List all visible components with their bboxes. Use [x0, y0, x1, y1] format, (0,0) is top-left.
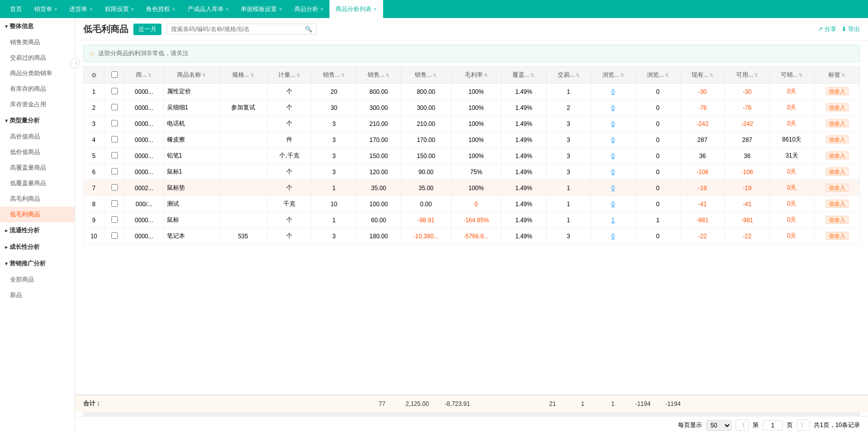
nav-purchase-order[interactable]: 进货单 ×	[63, 0, 98, 18]
search-input[interactable]	[171, 26, 303, 33]
close-icon[interactable]: ×	[279, 6, 282, 12]
close-icon[interactable]: ×	[172, 6, 175, 12]
sidebar-item-low-coverage[interactable]: 低覆盖量商品	[0, 176, 75, 191]
per-page-select[interactable]: 50 20 100	[706, 420, 732, 431]
row-select-checkbox[interactable]	[111, 152, 118, 159]
nav-role-auth[interactable]: 角色授权 ×	[140, 0, 181, 18]
row-select-checkbox[interactable]	[111, 184, 118, 191]
row-view1[interactable]: 0	[591, 116, 635, 132]
col-settings[interactable]: ⚙	[84, 67, 104, 84]
close-icon[interactable]: ×	[89, 6, 92, 12]
sidebar-item-capital[interactable]: 库存资金占用	[0, 97, 75, 112]
nav-permission[interactable]: 权限设置 ×	[99, 0, 140, 18]
sidebar-item-category-rate[interactable]: 商品分类助销率	[0, 66, 75, 81]
row-view1[interactable]: 0	[591, 100, 635, 116]
close-icon[interactable]: ×	[320, 6, 323, 12]
close-icon[interactable]: ×	[131, 6, 134, 12]
row-name[interactable]: 测试	[163, 196, 219, 212]
col-unit-header[interactable]: 计量...⇅	[267, 67, 311, 84]
row-name[interactable]: 铅笔1	[163, 148, 219, 164]
row-checkbox[interactable]	[104, 100, 125, 116]
nav-product-analysis[interactable]: 商品分析 ×	[288, 0, 329, 18]
sidebar-group-type-analysis[interactable]: ▾ 类型量分析	[0, 112, 75, 129]
col-trade-header[interactable]: 交易...⇅	[546, 67, 591, 84]
row-name[interactable]: 电话机	[163, 116, 219, 132]
col-stock3-header[interactable]: 可销...⇅	[770, 67, 814, 84]
sidebar-collapse-button[interactable]: 《	[70, 58, 80, 68]
row-view1[interactable]: 0	[591, 84, 635, 100]
close-icon[interactable]: ×	[54, 6, 57, 12]
col-stock2-header[interactable]: 可用...⇅	[725, 67, 769, 84]
row-select-checkbox[interactable]	[111, 200, 118, 207]
row-select-checkbox[interactable]	[111, 168, 118, 175]
row-select-checkbox[interactable]	[111, 88, 118, 94]
row-name[interactable]: 吴细细1	[163, 100, 219, 116]
row-name[interactable]: 鼠标1	[163, 164, 219, 180]
horizontal-scrollbar[interactable]	[83, 412, 860, 416]
page-input[interactable]	[763, 420, 783, 430]
row-view1[interactable]: 0	[591, 228, 635, 244]
row-view1[interactable]: 0	[591, 196, 635, 212]
nav-sales-order[interactable]: 销货单 ×	[28, 0, 63, 18]
col-stock1-header[interactable]: 现有...⇅	[680, 67, 725, 84]
sidebar-item-all-products[interactable]: 全部商品	[0, 272, 75, 287]
sidebar-item-high-value[interactable]: 高价值商品	[0, 129, 75, 144]
row-checkbox[interactable]	[104, 212, 125, 228]
row-select-checkbox[interactable]	[111, 120, 118, 126]
export-button[interactable]: ⬇ 导出	[841, 25, 860, 34]
share-button[interactable]: ↗ 分享	[818, 25, 836, 34]
col-code-header[interactable]: 商...⇅	[124, 67, 163, 84]
row-select-checkbox[interactable]	[111, 104, 118, 110]
row-name[interactable]: 鼠标	[163, 212, 219, 228]
row-name[interactable]: 鼠标垫	[163, 180, 219, 196]
sidebar-item-sales-products[interactable]: 销售类商品	[0, 35, 75, 50]
row-select-checkbox[interactable]	[111, 216, 118, 223]
row-checkbox[interactable]	[104, 132, 125, 148]
date-filter-button[interactable]: 近一月	[133, 24, 161, 35]
sidebar-group-circulation[interactable]: ▸ 流通性分析	[0, 222, 75, 239]
next-page-button[interactable]: 〉	[797, 419, 810, 431]
col-view1-header[interactable]: 浏览...⇅	[591, 67, 635, 84]
row-view1[interactable]: 0	[591, 180, 635, 196]
row-select-checkbox[interactable]	[111, 136, 118, 142]
row-checkbox[interactable]	[104, 180, 125, 196]
row-checkbox[interactable]	[104, 196, 125, 212]
select-all-checkbox[interactable]	[111, 71, 118, 78]
close-icon[interactable]: ×	[226, 6, 229, 12]
col-gross-header[interactable]: 毛利率⇅	[451, 67, 501, 84]
nav-template-settings[interactable]: 单据模板设置 ×	[235, 0, 288, 18]
prev-page-button[interactable]: 〈	[736, 419, 749, 431]
row-name[interactable]: 笔记本	[163, 228, 219, 244]
row-checkbox[interactable]	[104, 228, 125, 244]
row-name[interactable]: 属性定价	[163, 84, 219, 100]
col-sales1-header[interactable]: 销售...⇅	[311, 67, 356, 84]
col-sales3-header[interactable]: 销售...⇅	[401, 67, 451, 84]
sidebar-group-growth[interactable]: ▸ 成长性分析	[0, 239, 75, 255]
close-icon[interactable]: ×	[374, 6, 377, 12]
col-name-header[interactable]: 商品名称⇅	[163, 67, 219, 84]
nav-home[interactable]: 首页	[4, 0, 28, 18]
sidebar-group-marketing[interactable]: ▾ 营销推广分析	[0, 255, 75, 272]
col-coverage-header[interactable]: 覆盖...⇅	[501, 67, 546, 84]
col-spec-header[interactable]: 规格...⇅	[219, 67, 267, 84]
sidebar-group-overview[interactable]: ▾ 整体信息	[0, 18, 75, 35]
col-checkbox[interactable]	[104, 67, 125, 84]
col-tag-header[interactable]: 标签⇅	[814, 67, 860, 84]
sidebar-item-stocked[interactable]: 有库存的商品	[0, 81, 75, 97]
sidebar-item-new-products[interactable]: 新品	[0, 287, 75, 303]
col-view2-header[interactable]: 浏览...⇅	[635, 67, 680, 84]
row-view1[interactable]: 1	[591, 212, 635, 228]
sidebar-item-low-value[interactable]: 低价值商品	[0, 144, 75, 160]
sidebar-item-high-margin[interactable]: 高毛利商品	[0, 191, 75, 207]
sidebar-item-low-margin[interactable]: 低毛利商品	[0, 207, 75, 222]
row-view1[interactable]: 0	[591, 164, 635, 180]
nav-product-inbound[interactable]: 产成品入库单 ×	[182, 0, 235, 18]
row-checkbox[interactable]	[104, 164, 125, 180]
row-checkbox[interactable]	[104, 116, 125, 132]
row-view1[interactable]: 0	[591, 132, 635, 148]
col-sales2-header[interactable]: 销售...⇅	[357, 67, 401, 84]
row-select-checkbox[interactable]	[111, 232, 118, 239]
nav-product-analysis-list[interactable]: 商品分析列表 ×	[329, 0, 383, 18]
sidebar-item-high-coverage[interactable]: 高覆盖量商品	[0, 160, 75, 176]
row-view1[interactable]: 0	[591, 148, 635, 164]
